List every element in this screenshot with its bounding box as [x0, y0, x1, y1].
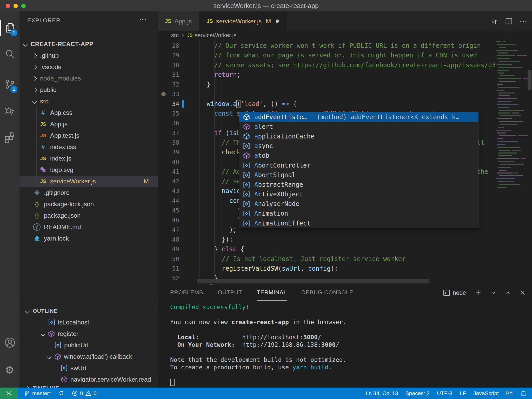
sidebar-item-yarn-lock[interactable]: yarn.lock: [19, 233, 158, 244]
more-actions-icon[interactable]: ⋯: [520, 17, 527, 26]
suggest-item-animation[interactable]: Animation: [239, 209, 478, 218]
chevron-down-icon[interactable]: [490, 290, 496, 296]
suggest-item-activexobject[interactable]: ActiveXObject: [239, 190, 478, 199]
split-editor-icon[interactable]: [505, 17, 513, 25]
sidebar-item-readme-md[interactable]: iREADME.md: [19, 221, 158, 233]
eol-status[interactable]: LF: [456, 388, 470, 399]
suggest-item-async[interactable]: async: [239, 141, 478, 151]
sidebar-item-package-lock-json[interactable]: {}package-lock.json: [19, 198, 158, 210]
code-line-48[interactable]: 48 });: [158, 235, 532, 244]
sidebar-item-public[interactable]: public: [19, 84, 158, 96]
code-line-51[interactable]: 51 registerValidSW(swUrl, config);: [158, 264, 532, 274]
sidebar-item--vscode[interactable]: .vscode: [19, 61, 158, 73]
suggest-label: ActiveXObject: [254, 191, 303, 198]
suggest-item-atob[interactable]: atob: [239, 151, 478, 161]
dirty-indicator[interactable]: [276, 19, 279, 23]
outline-item-islocalhost[interactable]: isLocalhost: [19, 317, 158, 328]
breadcrumb[interactable]: src › JS serviceWorker.js: [158, 31, 532, 39]
suggest-item-applicationcache[interactable]: applicationCache: [239, 131, 478, 141]
search-activity-button[interactable]: [0, 43, 19, 66]
account-button[interactable]: [0, 331, 19, 354]
panel-tab-output[interactable]: OUTPUT: [218, 285, 242, 301]
sidebar-item-app-js[interactable]: JSApp.js: [19, 118, 158, 130]
new-terminal-icon[interactable]: [475, 289, 482, 296]
run-debug-activity-button[interactable]: [0, 98, 19, 122]
panel-tab-terminal[interactable]: TERMINAL: [257, 285, 287, 301]
explorer-more-actions-button[interactable]: ⋯: [139, 15, 147, 24]
settings-gear-button[interactable]: ⚙: [0, 358, 19, 382]
suggest-item-abstractrange[interactable]: AbstractRange: [239, 180, 478, 189]
maximize-panel-icon[interactable]: [505, 290, 511, 296]
git-branch-status[interactable]: master*: [20, 388, 55, 399]
tab-app-js[interactable]: JSApp.js: [158, 11, 199, 31]
code-line-34[interactable]: 34 window.a('load', () => {: [158, 99, 532, 109]
terminal-shell-selector[interactable]: node: [443, 289, 466, 296]
outline-item-publicurl[interactable]: publicUrl: [19, 340, 158, 351]
sidebar-item--github[interactable]: .github: [19, 50, 158, 61]
sidebar-item-node-modules[interactable]: node_modules: [19, 73, 158, 84]
sidebar-item-index-js[interactable]: JSindex.js: [19, 153, 158, 164]
code-line-49[interactable]: 49 } else {: [158, 244, 532, 254]
remote-indicator[interactable]: [0, 388, 18, 399]
feedback-button[interactable]: [502, 388, 516, 399]
breadcrumb-file[interactable]: serviceWorker.js: [195, 32, 236, 39]
close-panel-icon[interactable]: [520, 290, 526, 296]
tree-root[interactable]: CREATE-REACT-APP: [19, 38, 158, 50]
suggest-item-abortsignal[interactable]: AbortSignal: [239, 170, 478, 180]
sync-icon: [58, 390, 64, 396]
code-line-28[interactable]: 28 // Our service worker won't work if P…: [158, 41, 532, 51]
notifications-button[interactable]: [516, 388, 532, 399]
indentation-status[interactable]: Spaces: 2: [402, 388, 433, 399]
sidebar-item-package-json[interactable]: {}package.json: [19, 210, 158, 221]
sidebar-item-logo-svg[interactable]: logo.svg: [19, 164, 158, 176]
code-line-31[interactable]: 31 return;: [158, 70, 532, 80]
sidebar-item-src[interactable]: src: [19, 96, 158, 107]
sidebar-item-app-test-js[interactable]: JSApp.test.js: [19, 130, 158, 141]
vertical-scrollbar[interactable]: [528, 70, 531, 90]
suggest-item-addeventliste-[interactable]: addEventListe…(method) addEventListener<…: [239, 112, 478, 122]
minimap[interactable]: [495, 39, 527, 285]
open-changes-icon[interactable]: [490, 17, 498, 25]
panel-tab-debug-console[interactable]: DEBUG CONSOLE: [301, 285, 353, 301]
code-line-29[interactable]: 29 // from what our page is served on. T…: [158, 51, 532, 60]
method-icon: [243, 123, 251, 130]
code-editor[interactable]: 28 // Our service worker won't work if P…: [158, 39, 532, 285]
panel-tab-problems[interactable]: PROBLEMS: [170, 285, 203, 301]
item-label: node_modules: [40, 75, 81, 82]
sidebar-item-app-css[interactable]: #App.css: [19, 107, 158, 118]
sidebar-item-serviceworker-js[interactable]: JSserviceWorker.jsM: [19, 176, 158, 187]
suggest-item-alert[interactable]: alert: [239, 122, 478, 131]
horizontal-scrollbar[interactable]: [197, 279, 429, 283]
suggest-item-abortcontroller[interactable]: AbortController: [239, 161, 478, 170]
feedback-icon: [506, 390, 513, 397]
breadcrumb-folder[interactable]: src: [171, 32, 179, 39]
explorer-activity-button[interactable]: 1: [0, 16, 19, 39]
value-icon: [243, 220, 251, 227]
outline-header[interactable]: OUTLINE: [19, 305, 158, 317]
cursor-position-status[interactable]: Ln 34, Col 13: [362, 388, 402, 399]
outline-item-navigator-serviceworker-read[interactable]: navigator.serviceWorker.read: [19, 374, 158, 382]
outline-item-register[interactable]: register: [19, 328, 158, 340]
language-mode-status[interactable]: JavaScript: [470, 388, 502, 399]
code-line-50[interactable]: 50 // Is not localhost. Just register se…: [158, 254, 532, 264]
code-line-33[interactable]: 33: [158, 89, 532, 99]
encoding-status[interactable]: UTF-8: [433, 388, 456, 399]
timeline-header[interactable]: TIMELINE: [19, 382, 158, 388]
outline-item-swurl[interactable]: swUrl: [19, 362, 158, 374]
line-number: 41: [158, 167, 179, 177]
sidebar-item-index-css[interactable]: #index.css: [19, 141, 158, 153]
terminal-output[interactable]: Compiled successfully! You can now view …: [170, 303, 529, 387]
extensions-activity-button[interactable]: [0, 126, 19, 149]
code-line-53[interactable]: 53 });: [158, 283, 532, 285]
code-line-32[interactable]: 32 }: [158, 80, 532, 89]
sidebar-item--gitignore[interactable]: .gitignore: [19, 187, 158, 198]
search-icon: [4, 49, 16, 60]
problems-status[interactable]: 0 0: [68, 388, 100, 399]
outline-item-window-a-load-callback[interactable]: window.a('load') callback: [19, 351, 158, 362]
code-line-30[interactable]: 30 // serve assets; see https://github.c…: [158, 61, 532, 70]
source-control-activity-button[interactable]: 1: [0, 72, 19, 96]
tab-serviceworker-js[interactable]: JSserviceWorker.jsM: [199, 11, 287, 31]
suggest-item-animationeffect[interactable]: AnimationEffect: [239, 218, 478, 228]
suggest-item-analysernode[interactable]: AnalyserNode: [239, 199, 478, 209]
sync-changes-button[interactable]: [55, 388, 68, 399]
